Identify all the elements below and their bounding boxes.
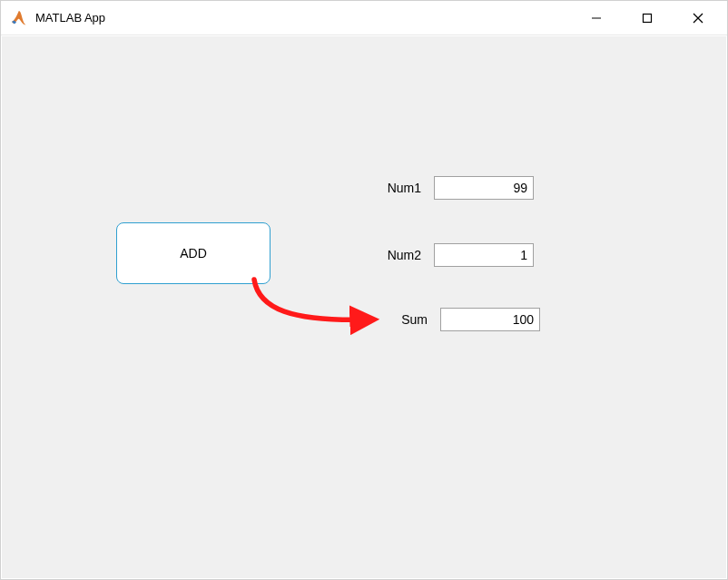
num2-row: Num2 — [378, 243, 534, 267]
num2-label: Num2 — [378, 248, 421, 262]
num2-input[interactable] — [434, 243, 534, 267]
sum-row: Sum — [384, 308, 540, 331]
titlebar: MATLAB App — [1, 1, 727, 35]
close-button[interactable] — [673, 1, 723, 35]
add-button[interactable]: ADD — [116, 222, 271, 284]
matlab-icon — [10, 9, 28, 27]
sum-label: Sum — [384, 312, 428, 327]
minimize-button[interactable] — [571, 1, 622, 35]
maximize-button[interactable] — [622, 1, 673, 35]
app-window: MATLAB App ADD Num1 Num2 Sum — [0, 0, 728, 580]
window-controls — [571, 1, 723, 34]
svg-rect-1 — [644, 15, 652, 23]
num1-row: Num1 — [378, 176, 534, 200]
window-title: MATLAB App — [35, 11, 571, 25]
num1-label: Num1 — [378, 181, 421, 195]
sum-input[interactable] — [440, 308, 540, 331]
client-area: ADD Num1 Num2 Sum — [2, 36, 726, 578]
num1-input[interactable] — [434, 176, 534, 200]
